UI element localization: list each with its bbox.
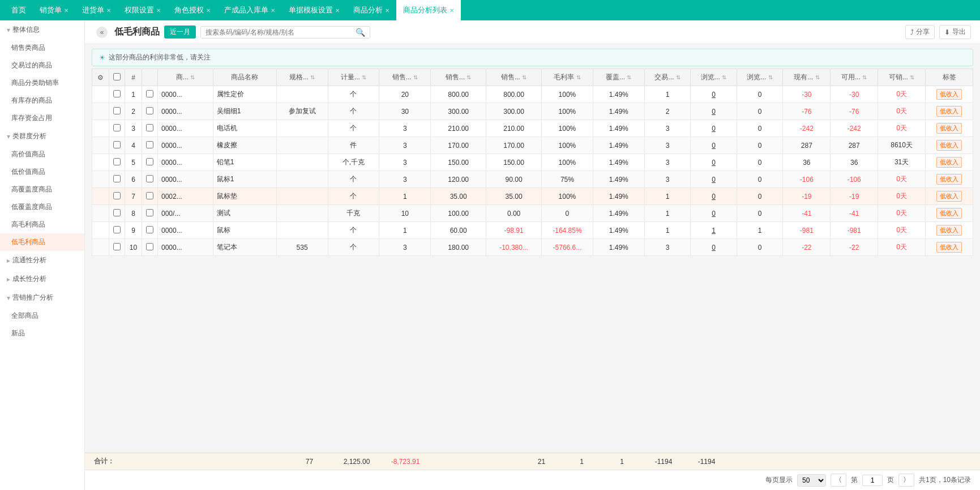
col-stock[interactable]: 现有... ⇅ [783, 69, 831, 86]
cell-checkbox[interactable] [109, 171, 125, 188]
sidebar-item-sales-goods[interactable]: 销售类商品 [0, 39, 84, 57]
sidebar-item-high-value[interactable]: 高价值商品 [0, 146, 84, 163]
row-checkbox2[interactable] [146, 141, 153, 148]
sidebar-group-growth[interactable]: ▸ 成长性分析 [0, 270, 84, 288]
col-views1[interactable]: 浏览... ⇅ [691, 69, 737, 86]
cell-row-checkbox2[interactable] [142, 205, 158, 222]
select-all-checkbox[interactable] [113, 73, 121, 80]
sidebar-item-inventory-goods[interactable]: 有库存的商品 [0, 92, 84, 109]
row-checkbox[interactable] [113, 124, 121, 131]
nav-close-role-auth[interactable]: ✕ [206, 7, 211, 14]
per-page-select[interactable]: 50 20 100 [797, 474, 826, 487]
cell-checkbox[interactable] [109, 86, 125, 103]
nav-item-home[interactable]: 首页 [5, 0, 33, 20]
nav-item-permissions[interactable]: 权限设置 ✕ [118, 0, 168, 20]
row-checkbox[interactable] [113, 243, 121, 250]
sidebar-item-new-goods[interactable]: 新品 [0, 325, 84, 342]
nav-item-template-settings[interactable]: 单据模板设置 ✕ [282, 0, 346, 20]
row-checkbox[interactable] [113, 90, 121, 97]
sidebar-item-traded-goods[interactable]: 交易过的商品 [0, 57, 84, 74]
cell-views1[interactable]: 0 [691, 154, 737, 171]
nav-close-product-analysis[interactable]: ✕ [385, 7, 390, 14]
cell-checkbox[interactable] [109, 222, 125, 239]
nav-close-sales-order[interactable]: ✕ [64, 7, 69, 14]
sidebar-item-high-margin[interactable]: 高毛利商品 [0, 216, 84, 233]
nav-item-product-analysis[interactable]: 商品分析 ✕ [346, 0, 396, 20]
cell-views1[interactable]: 0 [691, 205, 737, 222]
cell-checkbox[interactable] [109, 137, 125, 154]
sidebar-item-all-goods[interactable]: 全部商品 [0, 307, 84, 325]
col-code[interactable]: 商... ⇅ [158, 69, 213, 86]
row-checkbox2[interactable] [146, 192, 153, 199]
row-checkbox[interactable] [113, 192, 121, 199]
cell-views1[interactable]: 1 [691, 222, 737, 239]
cell-row-checkbox2[interactable] [142, 120, 158, 137]
share-button[interactable]: ⤴ 分享 [905, 25, 935, 39]
col-coverage[interactable]: 覆盖... ⇅ [593, 69, 644, 86]
row-checkbox2[interactable] [146, 90, 153, 97]
cell-views1[interactable]: 0 [691, 188, 737, 205]
page-number-input[interactable] [862, 475, 883, 486]
col-spec[interactable]: 规格... ⇅ [276, 69, 328, 86]
sidebar-group-cluster[interactable]: ▾ 类群度分析 [0, 127, 84, 146]
cell-checkbox[interactable] [109, 120, 125, 137]
row-checkbox2[interactable] [146, 158, 153, 165]
next-page-btn[interactable]: 〉 [898, 474, 914, 487]
col-sales-amount[interactable]: 销售... ⇅ [431, 69, 486, 86]
row-checkbox2[interactable] [146, 243, 153, 250]
sidebar-item-low-margin[interactable]: 低毛利商品 [0, 233, 84, 251]
cell-views1[interactable]: 0 [691, 171, 737, 188]
cell-views1[interactable]: 0 [691, 86, 737, 103]
row-checkbox[interactable] [113, 209, 121, 216]
row-checkbox2[interactable] [146, 124, 153, 131]
cell-checkbox[interactable] [109, 188, 125, 205]
export-button[interactable]: ⬇ 导出 [939, 25, 971, 39]
col-sellable[interactable]: 可销... ⇅ [878, 69, 926, 86]
nav-item-sales-order[interactable]: 销货单 ✕ [33, 0, 75, 20]
search-icon[interactable]: 🔍 [356, 28, 365, 37]
sidebar-group-marketing[interactable]: ▾ 营销推广分析 [0, 288, 84, 307]
col-checkbox-all[interactable] [109, 69, 125, 86]
search-input[interactable] [206, 28, 356, 36]
col-name[interactable]: 商品名称 [213, 69, 276, 86]
sidebar-item-low-coverage[interactable]: 低覆盖度商品 [0, 198, 84, 216]
nav-close-permissions[interactable]: ✕ [156, 7, 161, 14]
sidebar-item-category-rate[interactable]: 商品分类助销率 [0, 74, 84, 92]
sidebar-toggle-btn[interactable]: « [96, 27, 108, 38]
nav-item-role-auth[interactable]: 角色授权 ✕ [168, 0, 217, 20]
cell-row-checkbox2[interactable] [142, 239, 158, 256]
cell-checkbox[interactable] [109, 205, 125, 222]
sidebar-item-low-value[interactable]: 低价值商品 [0, 163, 84, 181]
row-checkbox[interactable] [113, 175, 121, 182]
filter-recent-month-btn[interactable]: 近一月 [164, 25, 196, 39]
nav-close-template-settings[interactable]: ✕ [335, 7, 340, 14]
sidebar-item-high-coverage[interactable]: 高覆盖度商品 [0, 181, 84, 198]
row-checkbox[interactable] [113, 158, 121, 165]
sidebar-group-flow[interactable]: ▸ 流通性分析 [0, 251, 84, 270]
nav-item-product-analysis-list[interactable]: 商品分析列表 ✕ [396, 0, 461, 20]
row-checkbox[interactable] [113, 226, 121, 233]
row-checkbox[interactable] [113, 141, 121, 148]
col-trades[interactable]: 交易... ⇅ [644, 69, 691, 86]
sidebar-item-inventory-capital[interactable]: 库存资金占用 [0, 109, 84, 127]
row-checkbox[interactable] [113, 107, 121, 114]
nav-item-purchase-order[interactable]: 进货单 ✕ [75, 0, 118, 20]
col-sales-qty[interactable]: 销售... ⇅ [379, 69, 431, 86]
col-gross-margin[interactable]: 毛利率 ⇅ [541, 69, 593, 86]
cell-checkbox[interactable] [109, 154, 125, 171]
cell-checkbox[interactable] [109, 239, 125, 256]
col-settings[interactable]: ⚙ [92, 69, 109, 86]
row-checkbox2[interactable] [146, 209, 153, 216]
cell-checkbox[interactable] [109, 103, 125, 120]
row-checkbox2[interactable] [146, 107, 153, 114]
row-checkbox2[interactable] [146, 226, 153, 233]
nav-close-purchase-order[interactable]: ✕ [106, 7, 111, 14]
cell-row-checkbox2[interactable] [142, 222, 158, 239]
sidebar-group-overall[interactable]: ▾ 整体信息 [0, 20, 84, 39]
cell-row-checkbox2[interactable] [142, 86, 158, 103]
cell-views1[interactable]: 0 [691, 103, 737, 120]
col-sales-profit[interactable]: 销售... ⇅ [486, 69, 542, 86]
col-views2[interactable]: 浏览... ⇅ [737, 69, 783, 86]
nav-item-product-warehousing[interactable]: 产成品入库单 ✕ [217, 0, 282, 20]
cell-row-checkbox2[interactable] [142, 137, 158, 154]
